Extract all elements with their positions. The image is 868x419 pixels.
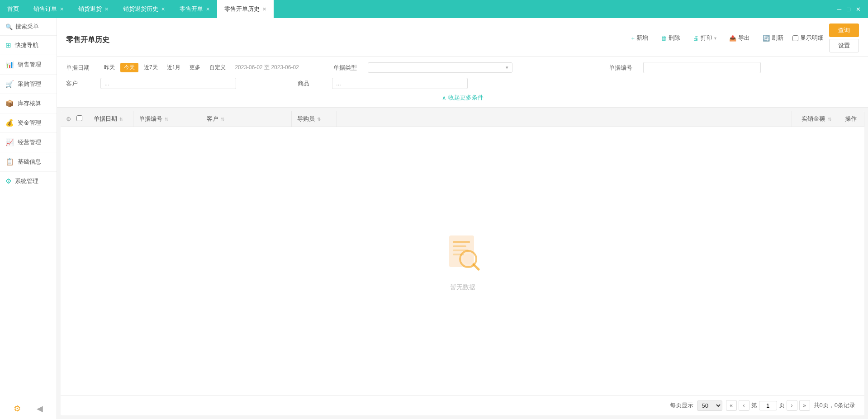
type-filter-label: 单据类型 bbox=[333, 64, 360, 72]
sidebar-item-operations[interactable]: 📈 经营管理 bbox=[0, 133, 57, 152]
th-action: 操作 bbox=[837, 111, 864, 127]
show-detail-checkbox[interactable] bbox=[792, 35, 798, 41]
print-icon: 🖨 bbox=[693, 35, 699, 42]
sidebar-item-basic-info[interactable]: 📋 基础信息 bbox=[0, 152, 57, 172]
sidebar-item-system[interactable]: ⚙ 系统管理 bbox=[0, 172, 57, 191]
tab-bar: 首页 销售订单 ✕ 销货退货 ✕ 销货退货历史 ✕ 零售开单 ✕ 零售开单历史 … bbox=[0, 0, 868, 18]
date-range-text: 2023-06-02 至 2023-06-02 bbox=[235, 64, 299, 71]
date-option-custom[interactable]: 自定义 bbox=[206, 63, 229, 72]
empty-state-icon bbox=[440, 231, 485, 276]
page-label: 第 bbox=[751, 401, 757, 410]
filter-row-1: 单据日期 昨天 今天 近7天 近1月 更多 自定义 2023-06-02 至 2… bbox=[66, 62, 859, 73]
customer-filter-label: 客户 bbox=[66, 80, 93, 88]
export-label: 导出 bbox=[738, 34, 750, 42]
collapse-btn[interactable]: ∧ 收起更多条件 bbox=[66, 94, 859, 102]
page-suffix: 页 bbox=[779, 401, 785, 410]
filter-area: 单据日期 昨天 今天 近7天 近1月 更多 自定义 2023-06-02 至 2… bbox=[57, 56, 868, 108]
sidebar-item-purchase-mgmt-label: 采购管理 bbox=[18, 80, 41, 88]
add-btn[interactable]: + 新增 bbox=[627, 32, 652, 44]
sidebar-item-inventory[interactable]: 📦 库存核算 bbox=[0, 94, 57, 113]
tab-retail-open[interactable]: 零售开单 ✕ bbox=[172, 0, 217, 18]
th-amount[interactable]: 实销金额 ⇅ bbox=[792, 111, 837, 127]
th-date-label: 单据日期 bbox=[94, 115, 117, 122]
customer-filter-dots: ... bbox=[104, 80, 109, 87]
table-header: ⚙ 单据日期 ⇅ 单据编号 ⇅ bbox=[61, 111, 864, 127]
sidebar-item-purchase-mgmt[interactable]: 🛒 采购管理 bbox=[0, 75, 57, 94]
sidebar-item-sales-mgmt[interactable]: 📊 销售管理 bbox=[0, 55, 57, 75]
export-btn[interactable]: 📤 导出 bbox=[726, 32, 754, 44]
tab-sales-order-close[interactable]: ✕ bbox=[60, 6, 64, 12]
setting-button[interactable]: 设置 bbox=[829, 39, 859, 52]
sidebar-search-label: 搜索采单 bbox=[15, 23, 39, 31]
th-customer[interactable]: 客户 ⇅ bbox=[201, 111, 291, 127]
operations-icon: 📈 bbox=[5, 138, 14, 146]
sidebar-item-system-label: 系统管理 bbox=[15, 177, 38, 185]
svg-rect-1 bbox=[453, 241, 470, 243]
th-guide[interactable]: 导购员 ⇅ bbox=[291, 111, 337, 127]
close-btn[interactable]: ✕ bbox=[856, 6, 861, 13]
delete-btn[interactable]: 🗑 删除 bbox=[657, 32, 684, 44]
th-number[interactable]: 单据编号 ⇅ bbox=[133, 111, 201, 127]
empty-text: 暂无数据 bbox=[450, 283, 475, 292]
page-size-select[interactable]: 50 10 20 100 bbox=[697, 400, 722, 411]
date-option-7days[interactable]: 近7天 bbox=[140, 63, 161, 72]
customer-filter-select[interactable]: ... bbox=[100, 78, 236, 89]
tab-sales-order[interactable]: 销售订单 ✕ bbox=[26, 0, 71, 18]
tab-sales-return-history-label: 销货退货历史 bbox=[123, 5, 158, 13]
number-filter-label: 单据编号 bbox=[609, 64, 636, 72]
basic-info-icon: 📋 bbox=[5, 158, 14, 166]
goods-filter-dots: ... bbox=[336, 80, 341, 87]
finance-icon: 💰 bbox=[5, 119, 14, 127]
date-option-yesterday[interactable]: 昨天 bbox=[100, 63, 119, 72]
sidebar-search[interactable]: 🔍 搜索采单 bbox=[0, 18, 57, 36]
th-spacer bbox=[337, 111, 792, 127]
sidebar-item-quick-nav[interactable]: ⊞ 快捷导航 bbox=[0, 36, 57, 55]
sidebar-settings-btn[interactable]: ⚙ bbox=[14, 404, 21, 414]
sidebar-collapse-btn[interactable]: ◀ bbox=[37, 404, 43, 414]
tab-sales-return-history-close[interactable]: ✕ bbox=[161, 6, 165, 12]
type-filter-select[interactable]: ▾ bbox=[368, 62, 512, 73]
th-number-label: 单据编号 bbox=[139, 115, 162, 122]
sales-mgmt-icon: 📊 bbox=[5, 61, 14, 69]
page-input[interactable] bbox=[759, 401, 777, 410]
select-all-checkbox[interactable] bbox=[76, 115, 82, 121]
tab-sales-return-close[interactable]: ✕ bbox=[104, 6, 109, 12]
collapse-up-icon: ∧ bbox=[442, 94, 446, 101]
tab-retail-open-close[interactable]: ✕ bbox=[206, 6, 210, 12]
tab-sales-order-label: 销售订单 bbox=[33, 5, 57, 13]
table-settings-icon[interactable]: ⚙ bbox=[66, 116, 71, 122]
sidebar-item-operations-label: 经营管理 bbox=[18, 138, 41, 146]
minimize-btn[interactable]: ─ bbox=[837, 6, 841, 13]
sidebar-item-finance[interactable]: 💰 资金管理 bbox=[0, 113, 57, 133]
tab-sales-return[interactable]: 销货退货 ✕ bbox=[71, 0, 116, 18]
add-label: 新增 bbox=[636, 34, 648, 42]
query-button[interactable]: 查询 bbox=[829, 24, 859, 37]
page-prev-btn[interactable]: ‹ bbox=[739, 400, 749, 411]
th-date[interactable]: 单据日期 ⇅ bbox=[88, 111, 133, 127]
show-detail-check[interactable]: 显示明细 bbox=[792, 34, 824, 42]
number-filter-input[interactable] bbox=[643, 62, 761, 73]
date-option-1month[interactable]: 近1月 bbox=[163, 63, 185, 72]
print-btn[interactable]: 🖨 打印 ▾ bbox=[689, 32, 720, 44]
refresh-btn[interactable]: 🔄 刷新 bbox=[759, 32, 787, 44]
tab-retail-open-history-close[interactable]: ✕ bbox=[262, 6, 266, 12]
main-layout: 🔍 搜索采单 ⊞ 快捷导航 📊 销售管理 🛒 采购管理 📦 库存核算 💰 资金管… bbox=[0, 18, 868, 419]
sidebar: 🔍 搜索采单 ⊞ 快捷导航 📊 销售管理 🛒 采购管理 📦 库存核算 💰 资金管… bbox=[0, 18, 57, 419]
date-option-more[interactable]: 更多 bbox=[186, 63, 204, 72]
tab-sales-return-history[interactable]: 销货退货历史 ✕ bbox=[116, 0, 172, 18]
svg-rect-2 bbox=[453, 245, 466, 247]
goods-filter-select[interactable]: ... bbox=[332, 78, 468, 89]
goods-filter-label: 商品 bbox=[298, 80, 325, 88]
page-next-btn[interactable]: › bbox=[787, 400, 797, 411]
delete-label: 删除 bbox=[669, 34, 680, 42]
maximize-btn[interactable]: □ bbox=[847, 6, 850, 13]
date-option-today[interactable]: 今天 bbox=[120, 63, 138, 72]
sidebar-item-sales-mgmt-label: 销售管理 bbox=[18, 61, 41, 69]
tab-home[interactable]: 首页 bbox=[0, 0, 26, 18]
export-icon: 📤 bbox=[729, 35, 736, 42]
page-header: 零售开单历史 + 新增 🗑 删除 🖨 打印 ▾ 📤 导出 bbox=[57, 18, 868, 56]
page-last-btn[interactable]: » bbox=[799, 400, 810, 411]
customer-sort-icon: ⇅ bbox=[221, 117, 224, 122]
page-first-btn[interactable]: « bbox=[726, 400, 737, 411]
tab-retail-open-history[interactable]: 零售开单历史 ✕ bbox=[217, 0, 274, 18]
